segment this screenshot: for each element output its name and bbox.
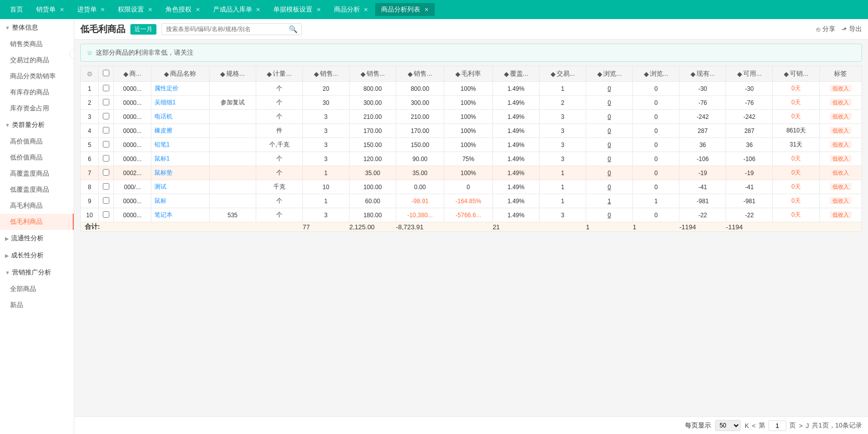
settings-icon[interactable]: ⚙	[87, 70, 93, 78]
row-select-checkbox[interactable]	[103, 141, 109, 148]
row-browse[interactable]: 0	[586, 82, 633, 96]
search-box[interactable]: 🔍	[161, 23, 302, 35]
sidebar-item-high-coverage[interactable]: 高覆盖度商品	[0, 166, 74, 182]
col-can-sell[interactable]: ◆可销...	[773, 66, 819, 82]
col-browse1[interactable]: ◆浏览...	[586, 66, 633, 82]
nav-product-analysis[interactable]: 商品分析 ✕	[328, 3, 375, 16]
row-select-checkbox[interactable]	[103, 211, 109, 218]
row-name[interactable]: 测试	[151, 180, 209, 194]
nav-role[interactable]: 角色授权 ✕	[159, 3, 206, 16]
sidebar-group-overall[interactable]: ▼ 整体信息	[0, 19, 74, 36]
row-select-checkbox[interactable]	[103, 127, 109, 133]
sidebar-item-stock-capital[interactable]: 库存资金占用	[0, 100, 74, 116]
col-available[interactable]: ◆可用...	[726, 66, 773, 82]
nav-purchase-close[interactable]: ✕	[100, 7, 105, 13]
sidebar-group-growth[interactable]: ▶ 成长性分析	[0, 247, 74, 264]
sidebar-item-high-value[interactable]: 高价值商品	[0, 133, 74, 150]
share-button[interactable]: ⎋ 分享	[816, 25, 835, 34]
col-browse2[interactable]: ◆浏览...	[633, 66, 679, 82]
col-qty[interactable]: ◆销售...	[302, 66, 349, 82]
row-select-checkbox[interactable]	[103, 85, 109, 91]
row-name[interactable]: 属性定价	[151, 82, 209, 96]
row-select-checkbox[interactable]	[103, 113, 109, 119]
row-name[interactable]: 铅笔1	[151, 138, 209, 152]
sidebar-item-high-profit[interactable]: 高毛利商品	[0, 198, 74, 214]
row-select-checkbox[interactable]	[103, 155, 109, 162]
nav-role-close[interactable]: ✕	[196, 7, 200, 13]
nav-sales[interactable]: 销货单 ✕	[30, 3, 70, 16]
row-name[interactable]: 鼠标	[151, 194, 209, 208]
row-browse[interactable]: 0	[586, 208, 633, 222]
row-select-checkbox[interactable]	[103, 169, 109, 176]
nav-product-entry-close[interactable]: ✕	[256, 7, 260, 13]
row-checkbox[interactable]	[99, 180, 114, 194]
first-page-btn[interactable]: K	[745, 422, 749, 429]
sidebar-item-low-profit[interactable]: 低毛利商品	[0, 214, 74, 230]
col-stock[interactable]: ◆现有...	[679, 66, 726, 82]
search-icon[interactable]: 🔍	[289, 25, 297, 33]
row-checkbox[interactable]	[99, 194, 114, 208]
nav-product-analysis-close[interactable]: ✕	[364, 7, 368, 13]
col-gross-pct[interactable]: ◆毛利率	[444, 66, 492, 82]
col-price[interactable]: ◆销售...	[350, 66, 396, 82]
select-all-checkbox[interactable]	[103, 70, 109, 76]
col-code[interactable]: ◆商...	[114, 66, 151, 82]
prev-page-btn[interactable]: <	[752, 422, 756, 429]
page-input[interactable]	[768, 420, 786, 431]
row-browse[interactable]: 0	[586, 124, 633, 138]
search-input[interactable]	[166, 26, 286, 33]
sidebar-item-low-value[interactable]: 低价值商品	[0, 150, 74, 166]
sidebar-group-cluster[interactable]: ▼ 类群量分析	[0, 116, 74, 133]
row-browse[interactable]: 0	[586, 138, 633, 152]
row-name[interactable]: 鼠标1	[151, 152, 209, 166]
col-coverage[interactable]: ◆覆盖...	[492, 66, 539, 82]
row-checkbox[interactable]	[99, 124, 114, 138]
row-browse[interactable]: 0	[586, 180, 633, 194]
row-browse[interactable]: 0	[586, 152, 633, 166]
row-browse[interactable]: 0	[586, 166, 633, 180]
row-browse[interactable]: 1	[586, 194, 633, 208]
nav-product-analysis-list-close[interactable]: ✕	[424, 7, 429, 13]
nav-product-analysis-list[interactable]: 商品分析列表 ✕	[375, 3, 435, 16]
row-checkbox[interactable]	[99, 82, 114, 96]
nav-template[interactable]: 单据模板设置 ✕	[267, 3, 327, 16]
sidebar-item-in-stock[interactable]: 有库存的商品	[0, 84, 74, 100]
col-sales-amt[interactable]: ◆销售...	[396, 66, 444, 82]
col-trade[interactable]: ◆交易...	[539, 66, 586, 82]
sidebar-item-traded-goods[interactable]: 交易过的商品	[0, 52, 74, 68]
export-button[interactable]: ⬏ 导出	[841, 25, 862, 34]
row-checkbox[interactable]	[99, 138, 114, 152]
sidebar-item-sales-goods[interactable]: 销售类商品	[0, 36, 74, 52]
row-name[interactable]: 吴细细1	[151, 96, 209, 110]
last-page-btn[interactable]: J	[806, 422, 809, 429]
page-size-select[interactable]: 50 100 200	[715, 420, 741, 431]
nav-permission[interactable]: 权限设置 ✕	[112, 3, 158, 16]
nav-home[interactable]: 首页	[4, 3, 29, 16]
sidebar-item-new-goods[interactable]: 新品	[0, 297, 74, 313]
filter-tag-recent[interactable]: 近一月	[130, 24, 156, 35]
col-tag[interactable]: 标签	[819, 66, 861, 82]
row-checkbox[interactable]	[99, 152, 114, 166]
row-select-checkbox[interactable]	[103, 99, 109, 105]
row-checkbox[interactable]	[99, 208, 114, 222]
row-select-checkbox[interactable]	[103, 183, 109, 190]
row-name[interactable]: 笔记本	[151, 208, 209, 222]
nav-sales-close[interactable]: ✕	[60, 7, 64, 13]
col-name[interactable]: ◆商品名称	[151, 66, 209, 82]
nav-template-close[interactable]: ✕	[316, 7, 321, 13]
row-name[interactable]: 鼠标垫	[151, 166, 209, 180]
row-browse[interactable]: 0	[586, 110, 633, 124]
sidebar-item-category-rate[interactable]: 商品分类助销率	[0, 68, 74, 84]
row-checkbox[interactable]	[99, 96, 114, 110]
row-checkbox[interactable]	[99, 166, 114, 180]
sidebar-group-marketing[interactable]: ▼ 营销推广分析	[0, 264, 74, 281]
col-spec[interactable]: ◆规格...	[209, 66, 256, 82]
row-checkbox[interactable]	[99, 110, 114, 124]
row-name[interactable]: 橡皮擦	[151, 124, 209, 138]
col-checkbox[interactable]	[99, 66, 114, 82]
sidebar-item-all-goods[interactable]: 全部商品	[0, 281, 74, 297]
col-unit[interactable]: ◆计量...	[256, 66, 302, 82]
nav-permission-close[interactable]: ✕	[148, 7, 152, 13]
sidebar-group-circulation[interactable]: ▶ 流通性分析	[0, 230, 74, 247]
next-page-btn[interactable]: >	[799, 422, 803, 429]
